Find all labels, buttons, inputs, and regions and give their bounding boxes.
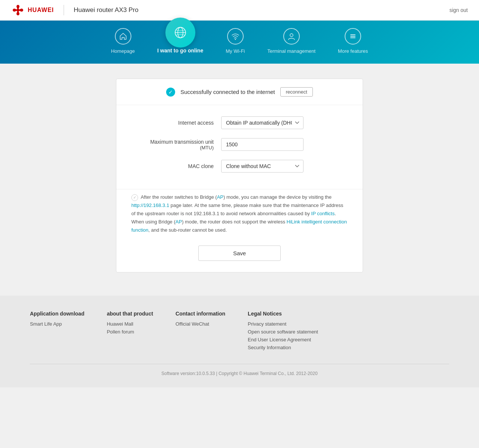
main-content: ✓ Successfully connected to the internet… xyxy=(0,64,479,296)
internet-access-label: Internet access xyxy=(131,120,221,126)
nav-item-go-online[interactable]: I want to go online xyxy=(146,25,214,57)
globe-icon-wrap xyxy=(165,18,195,48)
menu-icon xyxy=(345,28,361,45)
footer-link-wechat[interactable]: Official WeChat xyxy=(176,321,225,327)
form-area: Internet access Obtain IP automatically … xyxy=(116,105,363,189)
footer-link-huawei-mall[interactable]: Huawei Mall xyxy=(107,321,153,327)
mac-clone-row: MAC clone Clone without MAC Clone MAC Cu… xyxy=(131,160,348,173)
svg-point-4 xyxy=(235,39,236,40)
hilink-link[interactable]: HiLink intelligent connection function xyxy=(131,219,347,233)
mtu-label-main: Maximum transmission unit xyxy=(150,139,214,145)
nav-label-terminal: Terminal management xyxy=(267,48,315,54)
status-bar: ✓ Successfully connected to the internet… xyxy=(116,79,363,105)
svg-point-5 xyxy=(290,34,293,37)
footer-link-security[interactable]: Security Information xyxy=(248,345,318,350)
internet-access-select[interactable]: Obtain IP automatically (DHCP) PPPoE Sta… xyxy=(221,116,303,129)
status-message: Successfully connected to the internet xyxy=(180,89,275,95)
footer-link-opensource[interactable]: Open source software statement xyxy=(248,329,318,335)
ip-link[interactable]: http://192.168.3.1 xyxy=(131,202,169,208)
header: HUAWEI Huawei router AX3 Pro sign out xyxy=(0,0,479,21)
footer-link-eula[interactable]: End User License Agreement xyxy=(248,337,318,342)
ap-link[interactable]: AP xyxy=(217,194,223,200)
nav-item-wifi[interactable]: My Wi-Fi xyxy=(214,25,256,57)
mtu-label-block: Maximum transmission unit (MTU) xyxy=(131,139,221,150)
footer-link-smart-life[interactable]: Smart Life App xyxy=(30,321,84,327)
settings-card: ✓ Successfully connected to the internet… xyxy=(116,79,363,272)
wifi-icon xyxy=(227,28,244,45)
mac-clone-control: Clone without MAC Clone MAC Custom MAC xyxy=(221,160,348,173)
sign-out-link[interactable]: sign out xyxy=(449,7,468,13)
reconnect-button[interactable]: reconnect xyxy=(280,87,313,97)
nav-item-homepage[interactable]: Homepage xyxy=(100,25,146,57)
mac-clone-label: MAC clone xyxy=(131,163,221,169)
logo-area: HUAWEI Huawei router AX3 Pro xyxy=(11,3,138,17)
save-btn-wrap: Save xyxy=(116,238,363,272)
footer-col-title-0: Application download xyxy=(30,311,84,317)
footer-col-2: Contact information Official WeChat xyxy=(176,311,225,353)
footer-col-1: about that product Huawei Mall Pollen fo… xyxy=(107,311,153,353)
footer-col-title-2: Contact information xyxy=(176,311,225,317)
footer-col-3: Legal Notices Privacy statement Open sou… xyxy=(248,311,318,353)
huawei-flower-icon xyxy=(11,3,25,17)
footer-bottom: Software version:10.0.5.33 | Copyright ©… xyxy=(30,364,449,376)
status-check-icon: ✓ xyxy=(166,88,175,97)
info-check-icon: ✓ xyxy=(131,194,138,201)
footer: Application download Smart Life App abou… xyxy=(0,296,479,387)
ap-link2[interactable]: AP xyxy=(176,219,182,225)
info-text-content: After the router switches to Bridge (AP)… xyxy=(131,194,347,233)
nav-label-go-online: I want to go online xyxy=(157,48,203,54)
logo-divider xyxy=(64,5,64,15)
mtu-input[interactable] xyxy=(221,138,303,151)
mtu-control xyxy=(221,138,348,151)
person-icon xyxy=(283,28,300,45)
internet-access-row: Internet access Obtain IP automatically … xyxy=(131,116,348,129)
nav-label-wifi: My Wi-Fi xyxy=(226,48,245,54)
brand-name: HUAWEI xyxy=(28,7,54,13)
ip-conflicts-link[interactable]: IP conflicts xyxy=(311,211,335,216)
footer-cols: Application download Smart Life App abou… xyxy=(30,311,449,353)
home-icon xyxy=(115,28,131,45)
footer-col-title-1: about that product xyxy=(107,311,153,317)
mtu-label-sub: (MTU) xyxy=(200,145,214,150)
nav-label-homepage: Homepage xyxy=(111,48,135,54)
nav-label-more: More features xyxy=(338,48,368,54)
internet-access-control: Obtain IP automatically (DHCP) PPPoE Sta… xyxy=(221,116,348,129)
nav-items: Homepage I want to go online xyxy=(0,21,479,57)
router-title: Huawei router AX3 Pro xyxy=(74,6,138,14)
navbar: Homepage I want to go online xyxy=(0,21,479,64)
footer-col-0: Application download Smart Life App xyxy=(30,311,84,353)
huawei-logo: HUAWEI xyxy=(11,3,54,17)
info-text-block: ✓ After the router switches to Bridge (A… xyxy=(116,189,363,238)
footer-link-privacy[interactable]: Privacy statement xyxy=(248,321,318,327)
footer-link-pollen[interactable]: Pollen forum xyxy=(107,329,153,335)
save-button[interactable]: Save xyxy=(198,246,281,261)
footer-col-title-3: Legal Notices xyxy=(248,311,318,317)
mtu-row: Maximum transmission unit (MTU) xyxy=(131,138,348,151)
globe-icon-bubble xyxy=(165,18,195,48)
svg-point-0 xyxy=(16,9,19,12)
nav-item-terminal[interactable]: Terminal management xyxy=(256,25,327,57)
copyright-text: Software version:10.0.5.33 | Copyright ©… xyxy=(161,371,317,376)
mac-clone-select[interactable]: Clone without MAC Clone MAC Custom MAC xyxy=(221,160,303,173)
nav-item-more[interactable]: More features xyxy=(327,25,379,57)
